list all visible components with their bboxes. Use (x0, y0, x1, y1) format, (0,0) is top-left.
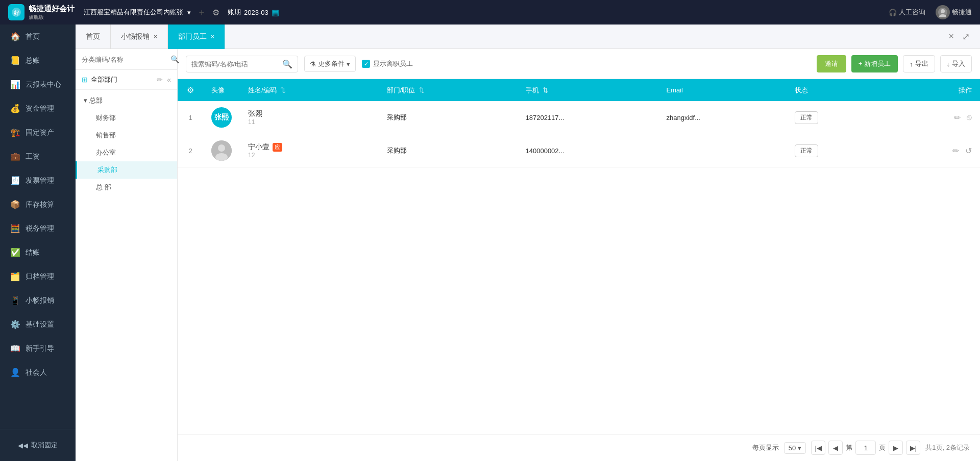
avatar-cell (203, 134, 240, 167)
export-button[interactable]: ↑ 导出 (903, 55, 935, 72)
sidebar-item-invoice[interactable]: 🧾 发票管理 (0, 168, 76, 192)
archive-icon: 🗂️ (10, 272, 20, 281)
employee-search-input[interactable] (191, 60, 279, 68)
tab-dept-employee[interactable]: 部门员工 × (168, 25, 225, 49)
assets-icon: 🏗️ (10, 128, 20, 137)
search-icon[interactable]: 🔍 (282, 59, 292, 69)
sidebar-item-label: 社会人 (26, 368, 47, 377)
col-settings[interactable]: ⚙ (178, 79, 203, 101)
tab-home[interactable]: 首页 (76, 25, 111, 49)
sidebar-item-settings[interactable]: ⚙️ 基础设置 (0, 312, 76, 336)
sidebar-item-tax[interactable]: 🧮 税务管理 (0, 216, 76, 240)
import-button[interactable]: ↓ 导入 (940, 55, 972, 72)
sidebar-item-label: 云报表中心 (26, 80, 61, 89)
col-name-code[interactable]: 姓名/编码 ⇅ (240, 79, 379, 101)
tab-dept-label: 部门员工 (178, 32, 207, 41)
show-resigned-toggle[interactable]: ✓ 显示离职员工 (362, 59, 413, 68)
show-resigned-label: 显示离职员工 (373, 59, 413, 68)
sidebar-item-social[interactable]: 👤 社会人 (0, 360, 76, 384)
import-label: 导入 (952, 59, 965, 68)
email-cell (658, 134, 787, 167)
sidebar-item-inventory[interactable]: 📦 库存核算 (0, 192, 76, 216)
chevron-down-icon: ▾ (187, 9, 191, 16)
col-phone-label: 手机 (526, 86, 539, 94)
avatar: 张熙 (211, 107, 232, 128)
emp-name: 宁小壹 (248, 142, 270, 152)
pin-icon: ◀◀ (18, 442, 28, 449)
sidebar-item-archive[interactable]: 🗂️ 归档管理 (0, 264, 76, 288)
period-value: 2023-03 (244, 9, 268, 16)
last-page-button[interactable]: ▶| (906, 441, 920, 455)
period-label: 账期 (228, 8, 241, 17)
funds-icon: 💰 (10, 104, 20, 113)
sidebar-item-guide[interactable]: 📖 新手引导 (0, 336, 76, 360)
sidebar-item-checkout[interactable]: ✅ 结账 (0, 240, 76, 264)
emp-name: 张熙 (248, 109, 371, 118)
sidebar-item-funds[interactable]: 💰 资金管理 (0, 96, 76, 120)
sidebar-item-salary[interactable]: 💼 工资 (0, 144, 76, 168)
sidebar-item-home[interactable]: 🏠 首页 (0, 25, 76, 48)
employee-panel: 🔍 ⚗ 更多条件 ▾ ✓ 显示离职员工 邀请 + 新增员工 (178, 49, 980, 461)
add-icon[interactable]: ＋ (197, 6, 206, 18)
sidebar-item-assets[interactable]: 🏗️ 固定资产 (0, 120, 76, 144)
add-employee-button[interactable]: + 新增员工 (851, 55, 898, 72)
dept-item-general-hq[interactable]: 总 部 (76, 179, 177, 196)
inventory-icon: 📦 (10, 200, 20, 209)
edit-icon[interactable]: ✏ (954, 113, 961, 123)
status-cell: 正常 (787, 101, 889, 134)
app-title: 畅捷通好会计 (29, 4, 75, 14)
dept-item-sales[interactable]: 销售部 (76, 127, 177, 144)
tab-dept-close[interactable]: × (211, 33, 214, 40)
expand-icon[interactable]: ⤢ (960, 29, 972, 44)
sort-dept-icon: ⇅ (419, 86, 425, 94)
dept-item-office[interactable]: 办公室 (76, 144, 177, 161)
first-page-button[interactable]: |◀ (811, 441, 825, 455)
sidebar-item-ledger[interactable]: 📒 总账 (0, 48, 76, 72)
delete-icon[interactable]: ↺ (965, 146, 972, 156)
toolbar-right: 邀请 + 新增员工 ↑ 导出 ↓ 导入 (817, 55, 972, 72)
dept-item-procurement[interactable]: 采购部 (76, 161, 177, 179)
settings-icon[interactable]: ⚙ (212, 8, 219, 17)
company-selector[interactable]: 江西服宝精品有限责任公司内账张 ▾ (84, 8, 191, 17)
calendar-icon[interactable]: ▦ (272, 8, 279, 17)
employee-search-box: 🔍 (186, 56, 298, 72)
page-size-select[interactable]: 50 ▾ (784, 442, 806, 454)
tab-expense[interactable]: 小畅报销 × (111, 25, 168, 49)
close-window-icon[interactable]: × (946, 29, 956, 44)
dept-item-finance[interactable]: 财务部 (76, 109, 177, 127)
dept-search-input[interactable] (82, 56, 167, 63)
cancel-fixed-button[interactable]: ◀◀ 取消固定 (0, 435, 76, 455)
tab-expense-label: 小畅报销 (121, 32, 150, 41)
invite-button[interactable]: 邀请 (817, 55, 846, 72)
resigned-checkbox[interactable]: ✓ (362, 60, 370, 68)
headset-icon: 🎧 (889, 9, 897, 16)
svg-point-3 (941, 9, 945, 13)
status-badge: 正常 (795, 144, 818, 157)
col-dept-position[interactable]: 部门/职位 ⇅ (379, 79, 518, 101)
logo-icon: 好 (8, 4, 24, 20)
avatar (936, 5, 950, 19)
edit-icon[interactable]: ✏ (952, 146, 959, 156)
service-button[interactable]: 🎧 人工咨询 (889, 8, 925, 17)
sidebar-item-expense[interactable]: 📱 小畅报销 (0, 288, 76, 312)
tab-expense-close[interactable]: × (154, 33, 157, 40)
sidebar-item-label: 归档管理 (26, 272, 54, 281)
dept-item-headquarter[interactable]: ▾ 总部 (76, 92, 177, 109)
page-size-value: 50 (789, 444, 796, 452)
logout-icon[interactable]: ⎋ (967, 113, 972, 123)
dept-collapse-icon[interactable]: « (167, 76, 171, 84)
col-phone[interactable]: 手机 ⇅ (518, 79, 658, 101)
sidebar-item-reports[interactable]: 📊 云报表中心 (0, 72, 76, 96)
employee-toolbar: 🔍 ⚗ 更多条件 ▾ ✓ 显示离职员工 邀请 + 新增员工 (178, 49, 980, 79)
user-info[interactable]: 畅捷通 (936, 5, 972, 19)
dept-edit-icon[interactable]: ✏ (157, 76, 163, 84)
settings-gear-icon: ⚙️ (10, 320, 20, 329)
next-page-button[interactable]: ▶ (889, 441, 903, 455)
checkout-icon: ✅ (10, 248, 20, 257)
col-avatar: 头像 (203, 79, 240, 101)
more-filter-button[interactable]: ⚗ 更多条件 ▾ (304, 56, 356, 72)
page-input[interactable] (855, 441, 876, 455)
col-actions: 操作 (889, 79, 980, 101)
prev-page-button[interactable]: ◀ (828, 441, 843, 455)
dept-cell: 采购部 (379, 134, 518, 167)
